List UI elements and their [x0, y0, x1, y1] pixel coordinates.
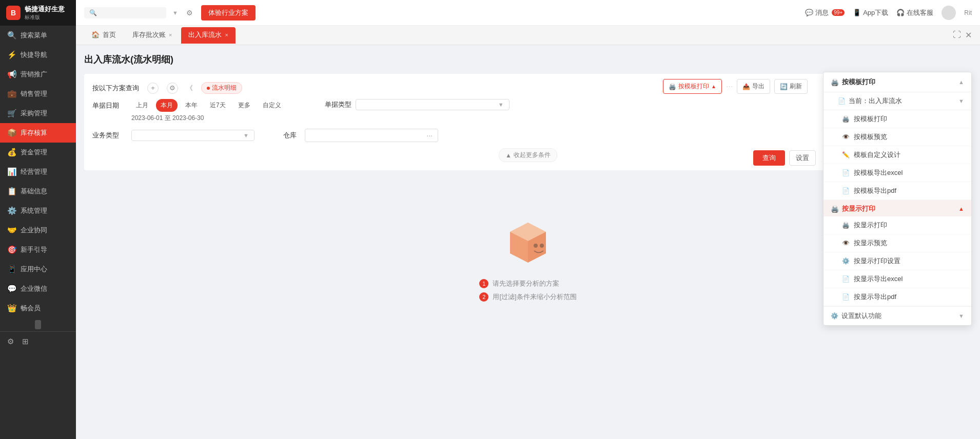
sidebar-item-inventory[interactable]: 📦 库存核算: [0, 123, 76, 143]
topbar-search-box[interactable]: 🔍: [84, 7, 166, 18]
dropdown-item-template-excel[interactable]: 📄 按模板导出excel: [824, 164, 971, 182]
tab-home[interactable]: 🏠 首页: [84, 27, 123, 44]
handshake-icon: 🤝: [7, 226, 16, 235]
tag-dot: [207, 87, 210, 90]
tab-close-icon[interactable]: ✕: [965, 30, 972, 40]
sidebar-item-label: 采购管理: [21, 109, 47, 118]
date-7days[interactable]: 近7天: [205, 99, 230, 112]
sidebar-item-wechat[interactable]: 💬 企业微信: [0, 279, 76, 298]
dropdown-collapse-icon[interactable]: ▲: [958, 79, 964, 85]
dropdown-item-template-preview[interactable]: 👁️ 按模板预览: [824, 128, 971, 146]
edit-icon: ✏️: [842, 151, 850, 158]
date-this-month[interactable]: 本月: [156, 99, 178, 112]
sidebar-item-purchase[interactable]: 🛒 采购管理: [0, 104, 76, 123]
user-avatar[interactable]: [942, 6, 956, 20]
warehouse-select[interactable]: ···: [305, 129, 438, 142]
date-last-month[interactable]: 上月: [131, 99, 153, 112]
sidebar-item-enterprise[interactable]: 🤝 企业协同: [0, 221, 76, 240]
topbar-gear-icon[interactable]: ⚙: [186, 9, 193, 17]
settings-icon: ⚙️: [842, 257, 850, 265]
biz-type-select[interactable]: ▼: [131, 130, 254, 141]
footer-label: ⚙️ 设置默认功能: [831, 311, 881, 321]
sidebar-item-label: 畅会员: [21, 304, 41, 313]
message-icon: 💬: [805, 9, 813, 16]
date-more[interactable]: 更多: [233, 99, 255, 112]
dropdown-item-display-excel[interactable]: 📄 按显示导出excel: [824, 270, 971, 288]
collapse-button[interactable]: ▲ 收起更多条件: [499, 148, 557, 162]
sidebar-item-vip[interactable]: 👑 畅会员: [0, 298, 76, 318]
sidebar-item-app-center[interactable]: 📱 应用中心: [0, 260, 76, 279]
refresh-button[interactable]: 🔄 刷新: [774, 79, 808, 94]
topbar: 🔍 ▼ ⚙ 体验行业方案 💬 消息 99+ 📱 App下载 🎧 在线客服 Rit: [76, 0, 980, 26]
sidebar-item-label: 企业协同: [21, 226, 47, 235]
dropdown-item-template-pdf[interactable]: 📄 按模板导出pdf: [824, 182, 971, 200]
sidebar-item-label: 应用中心: [21, 265, 47, 274]
cart-icon: 🛒: [7, 109, 16, 118]
tab-maximize-icon[interactable]: ⛶: [953, 30, 961, 40]
tab-close-batch[interactable]: ×: [169, 32, 172, 38]
dropdown-footer[interactable]: ⚙️ 设置默认功能 ▼: [824, 306, 971, 325]
print-dropdown-panel: 🖨️ 按模板打印 ▲ 📄 当前：出入库流水 ▼ 🖨️ 按模板打印 👁️: [823, 72, 972, 326]
dropdown-current-item[interactable]: 📄 当前：出入库流水 ▼: [824, 92, 971, 110]
empty-step-1: 1 请先选择要分析的方案: [479, 279, 576, 288]
dropdown-item-display-print[interactable]: 🖨️ 按显示打印: [824, 216, 971, 234]
settings-icon[interactable]: ⚙: [7, 337, 14, 346]
display-section-header: 🖨️ 按显示打印 ▲: [824, 200, 971, 216]
message-button[interactable]: 💬 消息 99+: [805, 8, 845, 17]
date-custom[interactable]: 自定义: [258, 99, 286, 112]
tab-close-flow[interactable]: ×: [225, 32, 228, 38]
trial-button[interactable]: 体验行业方案: [201, 5, 256, 21]
date-this-year[interactable]: 本年: [181, 99, 202, 112]
sidebar-scroll-down[interactable]: [35, 320, 41, 329]
sidebar-item-operation[interactable]: 📊 经营管理: [0, 162, 76, 182]
footer-arrow-icon[interactable]: ▼: [958, 313, 964, 319]
target-icon: 🎯: [7, 245, 16, 254]
biz-type-label: 业务类型: [92, 131, 123, 140]
sidebar-item-label: 库存核算: [21, 128, 47, 137]
sidebar-item-system[interactable]: ⚙️ 系统管理: [0, 201, 76, 221]
app-download-button[interactable]: 📱 App下载: [853, 8, 888, 17]
online-service-button[interactable]: 🎧 在线客服: [896, 8, 933, 17]
svg-point-5: [540, 244, 544, 248]
export-icon: 📤: [742, 83, 750, 90]
clipboard-icon: 📋: [7, 187, 16, 196]
sidebar-item-quick-nav[interactable]: ⚡ 快捷导航: [0, 45, 76, 65]
tab-batch-account[interactable]: 库存批次账 ×: [125, 27, 179, 44]
setting-button[interactable]: 设置: [789, 150, 816, 166]
empty-steps: 1 请先选择要分析的方案 2 用[过滤]条件来缩小分析范围: [479, 279, 576, 302]
filter-tag[interactable]: 流水明细: [201, 82, 242, 94]
sidebar-item-search[interactable]: 🔍 搜索菜单: [0, 26, 76, 45]
tab-flow[interactable]: 出入库流水 ×: [181, 27, 235, 44]
filter-collapse-icon[interactable]: 《: [186, 84, 193, 93]
export-button[interactable]: 📤 导出: [737, 79, 770, 94]
search-dropdown-icon[interactable]: ▼: [172, 10, 178, 16]
dropdown-item-template-design[interactable]: ✏️ 模板自定义设计: [824, 146, 971, 164]
sidebar-item-basic[interactable]: 📋 基础信息: [0, 182, 76, 201]
svg-point-4: [534, 244, 538, 248]
filter-setting-button[interactable]: ⚙: [167, 83, 178, 94]
sidebar-item-marketing[interactable]: 📢 营销推广: [0, 65, 76, 84]
query-button[interactable]: 查询: [753, 150, 785, 166]
warehouse-more-icon[interactable]: ···: [426, 131, 433, 139]
sidebar-item-finance[interactable]: 💰 资金管理: [0, 143, 76, 162]
date-label: 单据日期: [92, 101, 123, 110]
dropdown-item-display-preview[interactable]: 👁️ 按显示预览: [824, 234, 971, 252]
display-section-collapse-icon[interactable]: ▲: [958, 206, 964, 212]
dropdown-item-display-pdf[interactable]: 📄 按显示导出pdf: [824, 288, 971, 306]
crown-icon: 👑: [7, 304, 16, 313]
main-area: 🔍 ▼ ⚙ 体验行业方案 💬 消息 99+ 📱 App下载 🎧 在线客服 Rit: [76, 0, 980, 439]
dropdown-item-template-print[interactable]: 🖨️ 按模板打印: [824, 110, 971, 128]
sidebar-item-guide[interactable]: 🎯 新手引导: [0, 240, 76, 260]
sidebar-item-sales[interactable]: 💼 销售管理: [0, 84, 76, 104]
filter-label: 按以下方案查询: [92, 84, 139, 93]
dropdown-item-display-settings[interactable]: ⚙️ 按显示打印设置: [824, 252, 971, 270]
topbar-search-input[interactable]: [100, 9, 141, 16]
search-icon: 🔍: [89, 9, 97, 16]
print-button[interactable]: 🖨️ 按模板打印 ▲: [663, 79, 722, 94]
megaphone-icon: 📢: [7, 70, 16, 79]
filter-add-button[interactable]: +: [147, 83, 159, 94]
collapse-sidebar-icon[interactable]: ⊞: [22, 337, 29, 346]
doc-type-select[interactable]: ▼: [356, 99, 509, 110]
display-print-icon: 🖨️: [831, 205, 839, 213]
sidebar-item-label: 经营管理: [21, 167, 47, 176]
